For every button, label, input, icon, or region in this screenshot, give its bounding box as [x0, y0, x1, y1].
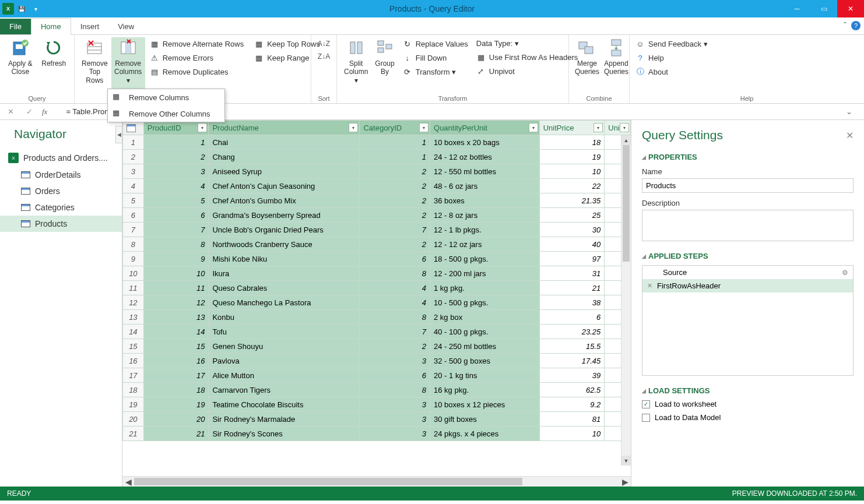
cell[interactable]: 24 - 12 oz bottles [430, 150, 540, 164]
filter-icon[interactable]: ▾ [349, 123, 358, 132]
append-queries-button[interactable]: Append Queries [602, 37, 631, 94]
cell[interactable]: 3 [360, 397, 430, 412]
table-row[interactable]: 1414Tofu740 - 100 g pkgs.23.25 [123, 325, 631, 339]
replace-values-button[interactable]: ↻Replace Values [401, 37, 470, 50]
cell[interactable]: Queso Manchego La Pastora [209, 295, 360, 310]
cell[interactable]: 2 kg box [430, 310, 540, 325]
cell[interactable]: 12 - 200 ml jars [430, 266, 540, 281]
cell[interactable]: 40 [539, 237, 605, 252]
navigator-root[interactable]: X Products and Orders.... [0, 149, 122, 167]
cell[interactable]: Carnarvon Tigers [209, 383, 360, 397]
cell[interactable]: Teatime Chocolate Biscuits [209, 397, 360, 412]
transform-button[interactable]: ⟳Transform ▾ [401, 65, 470, 78]
cell[interactable]: 9 [143, 252, 209, 266]
horizontal-scrollbar[interactable]: ◀ ▶ [122, 476, 631, 487]
cell[interactable]: 9.2 [539, 397, 605, 412]
unpivot-button[interactable]: ⤢Unpivot [474, 65, 580, 77]
sort-asc-button[interactable]: A↓Z [318, 40, 330, 48]
cell[interactable]: 6 [539, 310, 605, 325]
cell[interactable]: 13 [143, 310, 209, 325]
cell[interactable]: Genen Shouyu [209, 339, 360, 354]
cell[interactable]: 2 [360, 193, 430, 208]
cell[interactable]: 16 [143, 354, 209, 368]
cell[interactable]: 18 [143, 383, 209, 397]
cell[interactable]: Konbu [209, 310, 360, 325]
vertical-scrollbar[interactable]: ▲ ▼ [621, 135, 631, 466]
cell[interactable]: 6 [360, 252, 430, 266]
cell[interactable]: 16 kg pkg. [430, 383, 540, 397]
settings-close-button[interactable]: ✕ [846, 130, 854, 141]
dropdown-remove-other-columns[interactable]: ▦ Remove Other Columns [108, 105, 224, 122]
navigator-item[interactable]: Products [0, 216, 122, 232]
cell[interactable]: 15 [143, 339, 209, 354]
scroll-left-icon[interactable]: ◀ [122, 477, 134, 487]
step-settings-icon[interactable]: ⚙ [842, 269, 848, 277]
dropdown-remove-columns[interactable]: ▦ Remove Columns [108, 89, 224, 105]
applied-step[interactable]: Source⚙ [642, 266, 853, 279]
cell[interactable]: 8 [143, 237, 209, 252]
help-button[interactable]: ?Help [633, 51, 861, 64]
filter-icon[interactable]: ▾ [198, 123, 207, 132]
column-header[interactable]: Unit▾ [605, 121, 631, 135]
scroll-right-icon[interactable]: ▶ [619, 477, 631, 487]
remove-top-rows-button[interactable]: Remove Top Rows [78, 37, 111, 94]
cell[interactable]: 6 [143, 208, 209, 223]
cell[interactable]: 31 [539, 266, 605, 281]
maximize-button[interactable]: ▭ [810, 0, 837, 17]
table-row[interactable]: 11Chai110 boxes x 20 bags18 [123, 135, 631, 150]
refresh-button[interactable]: Refresh [37, 37, 71, 94]
cell[interactable]: Chef Anton's Gumbo Mix [209, 193, 360, 208]
cell[interactable]: 12 - 8 oz jars [430, 208, 540, 223]
ribbon-collapse-icon[interactable]: ˆ [844, 21, 847, 30]
tab-view[interactable]: View [108, 19, 143, 34]
cell[interactable]: 8 [360, 266, 430, 281]
cell[interactable]: 19 [143, 397, 209, 412]
applied-step[interactable]: ✕FirstRowAsHeader [642, 279, 853, 292]
scroll-up-icon[interactable]: ▲ [621, 135, 631, 145]
table-row[interactable]: 1616Pavlova332 - 500 g boxes17.45 [123, 354, 631, 368]
cell[interactable]: 21 [143, 427, 209, 441]
cell[interactable]: 3 [143, 164, 209, 179]
cell[interactable]: 97 [539, 252, 605, 266]
cell[interactable]: Grandma's Boysenberry Spread [209, 208, 360, 223]
cell[interactable]: 10 [539, 427, 605, 441]
remove-alternate-rows-button[interactable]: ▦Remove Alternate Rows [147, 37, 246, 50]
navigator-item[interactable]: OrderDetails [0, 167, 122, 183]
tab-insert[interactable]: Insert [71, 19, 109, 34]
filter-icon[interactable]: ▾ [620, 123, 629, 132]
cell[interactable]: Chef Anton's Cajun Seasoning [209, 179, 360, 193]
cell[interactable]: Alice Mutton [209, 368, 360, 383]
cell[interactable]: 17 [143, 368, 209, 383]
cell[interactable]: 11 [143, 281, 209, 295]
cell[interactable]: 8 [360, 383, 430, 397]
send-feedback-button[interactable]: ☺Send Feedback ▾ [633, 37, 861, 50]
close-button[interactable]: ✕ [837, 0, 864, 17]
table-row[interactable]: 1212Queso Manchego La Pastora410 - 500 g… [123, 295, 631, 310]
fill-down-button[interactable]: ↓Fill Down [401, 51, 470, 64]
about-button[interactable]: ⓘAbout [633, 65, 861, 78]
navigator-collapse-button[interactable]: ◀ [115, 126, 122, 143]
cell[interactable]: 30 gift boxes [430, 412, 540, 427]
cell[interactable]: 5 [143, 193, 209, 208]
table-row[interactable]: 66Grandma's Boysenberry Spread212 - 8 oz… [123, 208, 631, 223]
table-row[interactable]: 1818Carnarvon Tigers816 kg pkg.62.5 [123, 383, 631, 397]
qat-save-icon[interactable]: 💾 [15, 2, 28, 15]
table-row[interactable]: 1717Alice Mutton620 - 1 kg tins39 [123, 368, 631, 383]
remove-duplicates-button[interactable]: ▤Remove Duplicates [147, 65, 246, 78]
cell[interactable]: 2 [360, 339, 430, 354]
table-row[interactable]: 1515Genen Shouyu224 - 250 ml bottles15.5 [123, 339, 631, 354]
cell[interactable]: 6 [360, 368, 430, 383]
tab-file[interactable]: File [0, 19, 31, 34]
cell[interactable]: 10 [143, 266, 209, 281]
column-header[interactable]: CategoryID▾ [360, 121, 430, 135]
cell[interactable]: 17.45 [539, 354, 605, 368]
table-row[interactable]: 2121Sir Rodney's Scones324 pkgs. x 4 pie… [123, 427, 631, 441]
cell[interactable]: 22 [539, 179, 605, 193]
cell[interactable]: 1 [360, 150, 430, 164]
split-column-button[interactable]: Split Column ▾ [340, 37, 371, 94]
load-settings-header[interactable]: ◢LOAD SETTINGS [642, 386, 854, 395]
column-header[interactable]: ProductID▾ [143, 121, 209, 135]
column-header[interactable]: QuantityPerUnit▾ [430, 121, 540, 135]
cell[interactable]: 14 [143, 325, 209, 339]
cell[interactable]: 7 [360, 223, 430, 237]
